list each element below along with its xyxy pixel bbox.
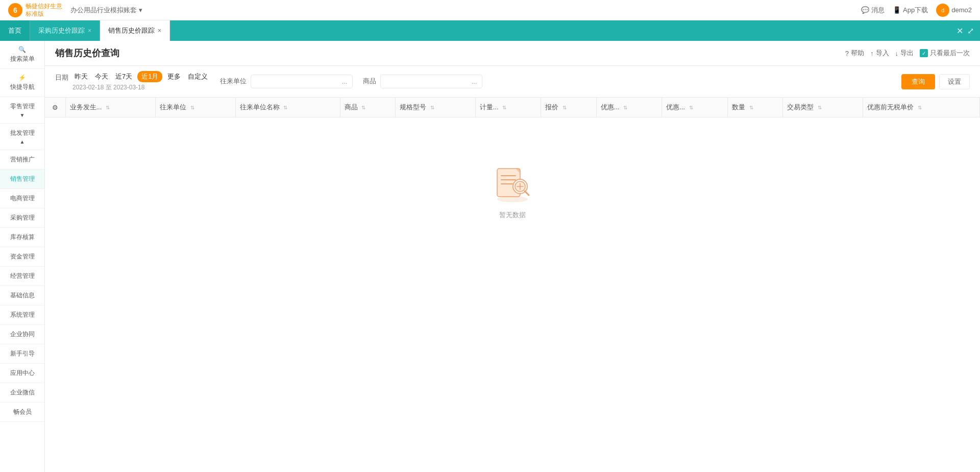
date-filter-label: 日期	[55, 71, 68, 82]
workspace-selector[interactable]: 办公用品行业模拟账套 ▾	[66, 4, 146, 17]
chevron-down-icon: ▾	[139, 6, 142, 14]
svg-line-10	[525, 191, 529, 195]
sidebar-item-operations[interactable]: 经营管理	[0, 267, 44, 286]
th-partner-code[interactable]: 往来单位 ⇅	[156, 98, 236, 117]
help-button[interactable]: ? 帮助	[845, 49, 864, 58]
table-header: ⚙ 业务发生... ⇅ 往来单位 ⇅ 往来单位名称 ⇅	[45, 98, 980, 117]
date-option-today[interactable]: 今天	[93, 71, 110, 82]
sidebar: 🔍 搜索菜单 ⚡ 快捷导航 零售管理 ▼ 批发管理 ▲ 营销推广 销售管理 电商…	[0, 41, 45, 472]
settings-button[interactable]: 设置	[939, 74, 970, 89]
sidebar-item-ecommerce[interactable]: 电商管理	[0, 189, 44, 208]
sidebar-item-search-menu[interactable]: 🔍 搜索菜单	[0, 41, 44, 69]
empty-state: 暂无数据	[45, 117, 980, 261]
only-last-checkbox[interactable]: ✓ 只看最后一次	[920, 49, 970, 58]
sort-arrows-partner-code: ⇅	[190, 105, 194, 110]
sort-arrows-goods: ⇅	[361, 105, 365, 110]
sidebar-item-retail[interactable]: 零售管理 ▼	[0, 97, 44, 124]
date-range-text: 2023-02-18 至 2023-03-18	[72, 83, 210, 92]
th-gear[interactable]: ⚙	[45, 98, 65, 117]
partner-filter-label: 往来单位	[220, 75, 247, 86]
page-actions: ? 帮助 ↑ 导入 ↓ 导出 ✓ 只看最后一次	[845, 49, 970, 58]
sidebar-item-purchase-mgmt[interactable]: 采购管理	[0, 208, 44, 228]
logo-text: 畅捷信好生意 标准版	[26, 3, 62, 17]
sort-arrows-discount2: ⇅	[689, 105, 693, 110]
export-button[interactable]: ↓ 导出	[895, 49, 914, 58]
th-discount1[interactable]: 优惠... ⇅	[596, 98, 662, 117]
sidebar-item-enterprise[interactable]: 企业协同	[0, 325, 44, 344]
sidebar-item-inventory[interactable]: 库存核算	[0, 228, 44, 247]
app-nav[interactable]: 📱 App下载	[893, 6, 928, 15]
sort-arrows-pretax-price: ⇅	[918, 105, 922, 110]
retail-arrow-icon: ▼	[20, 112, 25, 118]
logo-icon: 6	[8, 3, 22, 17]
th-trade-type[interactable]: 交易类型 ⇅	[783, 98, 863, 117]
tab-sales-close[interactable]: ×	[158, 27, 161, 34]
filter-row: 日期 昨天 今天 近7天 近1月 更多 自定义 2023-02-18 至 202…	[45, 66, 980, 98]
th-qty[interactable]: 数量 ⇅	[727, 98, 783, 117]
date-option-yesterday[interactable]: 昨天	[72, 71, 90, 82]
message-nav[interactable]: 💬 消息	[861, 6, 885, 15]
goods-filter-label: 商品	[363, 75, 376, 86]
goods-input-dots: ...	[472, 78, 477, 85]
sort-arrows-partner-name: ⇅	[283, 105, 287, 110]
sidebar-item-finance[interactable]: 资金管理	[0, 247, 44, 267]
page-title-row: 销售历史价查询 ? 帮助 ↑ 导入 ↓ 导出 ✓	[55, 47, 970, 59]
sidebar-item-marketing[interactable]: 营销推广	[0, 150, 44, 170]
partner-input[interactable]: ...	[251, 75, 353, 88]
sort-arrows-unit: ⇅	[502, 105, 506, 110]
goods-filter-group: 商品 ...	[363, 75, 482, 88]
date-options: 昨天 今天 近7天 近1月 更多 自定义	[72, 71, 210, 82]
sort-arrows-discount1: ⇅	[623, 105, 627, 110]
import-icon: ↑	[870, 50, 874, 57]
tab-sales[interactable]: 销售历史价跟踪 ×	[100, 20, 170, 41]
th-unit[interactable]: 计量... ⇅	[475, 98, 541, 117]
user-nav[interactable]: d demo2	[936, 4, 972, 17]
import-button[interactable]: ↑ 导入	[870, 49, 889, 58]
filter-right-actions: 查询 设置	[901, 74, 970, 89]
empty-icon	[487, 158, 538, 204]
sort-arrows-trade-type: ⇅	[818, 105, 822, 110]
wholesale-arrow-icon: ▲	[20, 139, 25, 145]
top-bar-right: 💬 消息 📱 App下载 d demo2	[861, 4, 972, 17]
sort-arrows-qty: ⇅	[749, 105, 753, 110]
sidebar-item-system[interactable]: 系统管理	[0, 305, 44, 325]
sidebar-item-member[interactable]: 畅会员	[0, 403, 44, 422]
th-quote[interactable]: 报价 ⇅	[541, 98, 597, 117]
th-partner-name[interactable]: 往来单位名称 ⇅	[235, 98, 340, 117]
sort-arrows-spec: ⇅	[430, 105, 434, 110]
sidebar-item-basic-info[interactable]: 基础信息	[0, 286, 44, 305]
sidebar-item-guide[interactable]: 新手引导	[0, 344, 44, 364]
app-icon: 📱	[893, 6, 901, 14]
th-spec[interactable]: 规格型号 ⇅	[396, 98, 476, 117]
sidebar-item-wholesale[interactable]: 批发管理 ▲	[0, 124, 44, 150]
message-icon: 💬	[861, 6, 869, 14]
quicknav-icon: ⚡	[18, 74, 26, 81]
th-pretax-price[interactable]: 优惠前无税单价 ⇅	[863, 98, 980, 117]
sidebar-item-quick-nav[interactable]: ⚡ 快捷导航	[0, 69, 44, 97]
sidebar-item-app-center[interactable]: 应用中心	[0, 364, 44, 383]
fullscreen-button[interactable]: ⤢	[967, 26, 974, 36]
close-all-tabs-button[interactable]: ✕	[957, 26, 963, 36]
date-option-more[interactable]: 更多	[165, 71, 183, 82]
goods-input[interactable]: ...	[380, 75, 482, 88]
tab-purchase[interactable]: 采购历史价跟踪 ×	[30, 20, 100, 41]
th-discount2[interactable]: 优惠... ⇅	[662, 98, 728, 117]
date-option-7days[interactable]: 近7天	[113, 71, 134, 82]
sort-arrows-biz-date: ⇅	[106, 105, 110, 110]
help-icon: ?	[845, 50, 849, 57]
sidebar-item-wechat[interactable]: 企业微信	[0, 383, 44, 403]
content-area: 销售历史价查询 ? 帮助 ↑ 导入 ↓ 导出 ✓	[45, 41, 980, 472]
tab-purchase-close[interactable]: ×	[88, 27, 91, 34]
date-option-1month[interactable]: 近1月	[137, 71, 162, 82]
query-button[interactable]: 查询	[901, 74, 935, 89]
th-biz-date[interactable]: 业务发生... ⇅	[65, 98, 156, 117]
svg-point-0	[497, 196, 528, 202]
date-option-custom[interactable]: 自定义	[186, 71, 210, 82]
table-area: ⚙ 业务发生... ⇅ 往来单位 ⇅ 往来单位名称 ⇅	[45, 98, 980, 472]
th-goods[interactable]: 商品 ⇅	[340, 98, 396, 117]
table-header-row: ⚙ 业务发生... ⇅ 往来单位 ⇅ 往来单位名称 ⇅	[45, 98, 980, 117]
tab-home[interactable]: 首页	[0, 20, 30, 41]
sidebar-item-sales-mgmt[interactable]: 销售管理	[0, 170, 44, 189]
sort-arrows-quote: ⇅	[562, 105, 567, 110]
partner-filter-group: 往来单位 ...	[220, 75, 353, 88]
